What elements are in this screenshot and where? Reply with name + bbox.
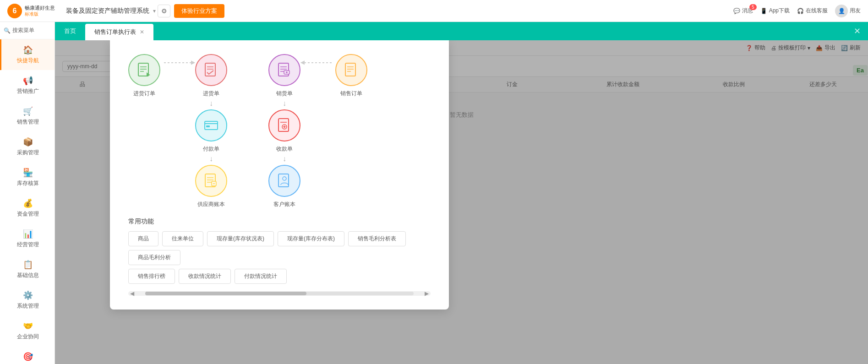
sidebar-item-label: 基础信息 <box>17 272 39 279</box>
purchase-bill-group: 进货单 ↓ 付款单 ↓ <box>195 54 227 208</box>
flow-diagram: 进货订单 <box>128 54 431 208</box>
supplier-ledger-label: 供应商账本 <box>197 201 225 208</box>
func-sales-profit[interactable]: 销售毛利分析表 <box>348 231 406 246</box>
sales-order-group: 销售订单 <box>335 54 367 98</box>
func-receipt-stats[interactable]: 收款情况统计 <box>179 269 231 284</box>
gear-button[interactable]: ⚙ <box>158 5 170 17</box>
headset-icon: 🎧 <box>797 8 804 14</box>
operations-icon: 📊 <box>23 229 33 239</box>
inventory-icon: 🏪 <box>23 168 33 178</box>
sidebar-item-operations[interactable]: 📊 经营管理 <box>0 223 55 254</box>
tab-home[interactable]: 首页 <box>55 22 85 40</box>
sidebar-item-label: 快捷导航 <box>17 57 39 65</box>
system-dropdown-arrow[interactable]: ▾ <box>153 8 156 14</box>
sidebar-item-basic-info[interactable]: 📋 基础信息 <box>0 254 55 285</box>
receipt-label: 收款单 <box>276 145 293 153</box>
sidebar-item-finance[interactable]: 💰 资金管理 <box>0 193 55 223</box>
sidebar-item-quick-nav[interactable]: 🏠 快捷导航 <box>0 39 55 70</box>
customer-ledger-circle <box>268 165 300 197</box>
sidebar-item-marketing[interactable]: 📢 营销推广 <box>0 70 55 101</box>
scrollbar-track[interactable] <box>145 292 414 295</box>
purchase-order-circle <box>128 54 160 86</box>
svg-rect-5 <box>205 63 215 76</box>
sidebar-search[interactable]: 🔍 搜索菜单 <box>0 22 55 39</box>
sidebar-item-inventory[interactable]: 🏪 库存核算 <box>0 162 55 193</box>
func-sales-rank[interactable]: 销售排行榜 <box>128 269 175 284</box>
arrow-so-to-sb <box>300 62 335 63</box>
purchase-order-node[interactable]: 进货订单 <box>128 54 160 98</box>
avatar: 👤 <box>835 5 848 17</box>
basic-info-icon: 📋 <box>23 260 33 270</box>
func-product-profit[interactable]: 商品毛利分析 <box>128 250 180 265</box>
sidebar-item-guide[interactable]: 🎯 新手引导 <box>0 346 55 364</box>
tab-sales-exec[interactable]: 销售订单执行表 ✕ <box>85 24 153 40</box>
arrow-po-to-pb <box>160 62 195 63</box>
func-stock-dist[interactable]: 现存量(库存分布表) <box>278 231 344 246</box>
marketing-icon: 📢 <box>23 76 33 86</box>
phone-icon: 📱 <box>760 8 767 14</box>
right-pair: 销货单 ↓ 收款单 ↓ <box>268 54 367 208</box>
sales-icon: 🛒 <box>23 106 33 116</box>
payment-label: 付款单 <box>203 145 219 153</box>
message-item[interactable]: 💬 消息 5 <box>733 7 753 15</box>
sidebar-item-label: 企业协同 <box>17 333 39 341</box>
func-product[interactable]: 商品 <box>128 231 158 246</box>
content-area: 首页 销售订单执行表 ✕ ✕ ❓ 帮助 🖨 按模板打印 <box>55 22 868 364</box>
tab-close-all[interactable]: ✕ <box>846 22 868 40</box>
scroll-left-arrow[interactable]: ◀ <box>128 290 136 297</box>
system-icon: ⚙️ <box>23 290 33 300</box>
sidebar-item-label: 销售管理 <box>17 118 39 126</box>
sidebar-item-label: 营销推广 <box>17 87 39 95</box>
modal-scrollbar[interactable]: ◀ ▶ <box>128 291 431 296</box>
guide-icon: 🎯 <box>23 352 33 362</box>
svg-rect-31 <box>345 63 355 76</box>
scroll-right-arrow[interactable]: ▶ <box>423 290 431 297</box>
arrow-payment-down: ↓ <box>209 155 213 163</box>
arrow-receipt-down: ↓ <box>283 155 286 163</box>
receipt-node[interactable]: 收款单 <box>268 109 300 153</box>
sidebar-item-enterprise[interactable]: 🤝 企业协同 <box>0 315 55 346</box>
online-service-label: 在线客服 <box>806 7 828 15</box>
common-functions: 常用功能 商品 往来单位 现存量(库存状况表) 现存量(库存分布表) 销售毛利分… <box>128 217 431 284</box>
function-buttons-row2: 销售排行榜 收款情况统计 付款情况统计 <box>128 269 431 284</box>
payment-circle <box>195 109 227 141</box>
app-download-item[interactable]: 📱 App下载 <box>760 7 790 15</box>
sales-bill-group: 销货单 ↓ 收款单 ↓ <box>268 54 300 208</box>
svg-point-30 <box>283 177 286 180</box>
sales-order-node[interactable]: 销售订单 <box>335 54 367 98</box>
user-name: 用友 <box>850 7 861 15</box>
sidebar-item-label: 资金管理 <box>17 210 39 218</box>
func-stock-status[interactable]: 现存量(库存状况表) <box>207 231 274 246</box>
quick-nav-modal: 进货订单 <box>110 40 449 310</box>
func-partner[interactable]: 往来单位 <box>162 231 203 246</box>
supplier-ledger-node[interactable]: 供应商账本 <box>195 165 227 208</box>
purchase-order-group: 进货订单 <box>128 54 160 98</box>
sales-order-circle <box>335 54 367 86</box>
sidebar-item-system[interactable]: ⚙️ 系统管理 <box>0 285 55 315</box>
common-functions-title: 常用功能 <box>128 217 431 226</box>
customer-ledger-node[interactable]: 客户账本 <box>268 165 300 208</box>
logo-text: 畅康通好生意 标准版 <box>25 5 55 17</box>
main-layout: 🔍 搜索菜单 🏠 快捷导航 📢 营销推广 🛒 销售管理 📦 采购管理 🏪 库存核… <box>0 22 868 364</box>
sales-order-label: 销售订单 <box>340 90 362 98</box>
sidebar: 🔍 搜索菜单 🏠 快捷导航 📢 营销推广 🛒 销售管理 📦 采购管理 🏪 库存核… <box>0 22 55 364</box>
sales-bill-node[interactable]: 销货单 <box>268 54 300 98</box>
message-badge: 5 <box>749 4 757 10</box>
scrollbar-thumb[interactable] <box>145 292 306 295</box>
payment-node[interactable]: 付款单 <box>195 109 227 153</box>
message-icon: 💬 <box>733 8 740 14</box>
user-item[interactable]: 👤 用友 <box>835 5 861 17</box>
arrow-pb-down: ↓ <box>209 99 213 108</box>
trial-button[interactable]: 体验行业方案 <box>174 4 224 18</box>
modal-overlay[interactable]: 进货订单 <box>55 40 868 364</box>
sidebar-item-label: 经营管理 <box>17 241 39 249</box>
online-service-item[interactable]: 🎧 在线客服 <box>797 7 828 15</box>
purchase-bill-node[interactable]: 进货单 <box>195 54 227 98</box>
func-payment-stats[interactable]: 付款情况统计 <box>235 269 287 284</box>
purchase-order-label: 进货订单 <box>133 90 155 98</box>
supplier-ledger-circle <box>195 165 227 197</box>
sidebar-item-sales[interactable]: 🛒 销售管理 <box>0 101 55 131</box>
sidebar-item-purchase[interactable]: 📦 采购管理 <box>0 131 55 162</box>
header-right: 💬 消息 5 📱 App下载 🎧 在线客服 👤 用友 <box>733 5 861 17</box>
tab-close-button[interactable]: ✕ <box>140 29 144 35</box>
